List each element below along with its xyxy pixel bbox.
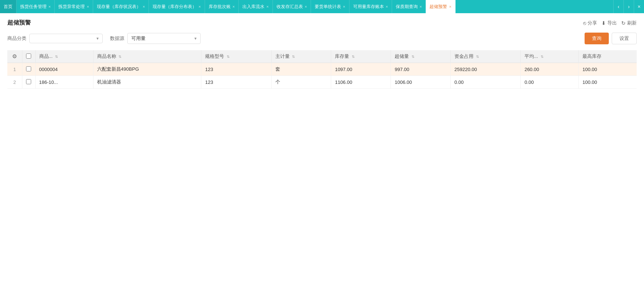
col-capital[interactable]: 资金占用 ⇅ — [451, 50, 521, 63]
cell-product-name: 六配套新昌490BPG — [93, 63, 201, 76]
close-icon[interactable]: × — [48, 4, 51, 9]
col-stock[interactable]: 库存量 ⇅ — [331, 50, 391, 63]
settings-button[interactable]: 设置 — [612, 33, 637, 44]
refresh-button[interactable]: ↻ 刷新 — [621, 20, 637, 26]
nav-arrows: ‹ › × — [613, 0, 644, 13]
col-max-stock[interactable]: 最高库存 — [579, 50, 637, 63]
header-actions: ⎋ 分享 ⬇ 导出 ↻ 刷新 — [583, 20, 637, 26]
nav-item-available-ledger[interactable]: 可用量库存账本 × — [350, 0, 392, 13]
col-avg[interactable]: 平均... ⇅ — [521, 50, 579, 63]
col-capital-label: 资金占用 — [454, 53, 473, 59]
col-overstock-label: 超储量 — [395, 53, 409, 59]
share-button[interactable]: ⎋ 分享 — [583, 20, 597, 26]
table-container: ⚙ 商品... ⇅ 商品名称 ⇅ 规格型号 ⇅ — [7, 50, 637, 89]
close-icon[interactable]: × — [386, 4, 388, 9]
nav-item-label: 收发存汇总表 — [277, 4, 303, 10]
col-product-name-label: 商品名称 — [97, 53, 116, 59]
export-label: 导出 — [607, 20, 617, 26]
nav-item-overstock-alert[interactable]: 超储预警 × — [426, 0, 455, 13]
close-icon[interactable]: × — [305, 4, 307, 9]
nav-item-abnormal[interactable]: 拣货异常处理 × — [55, 0, 93, 13]
col-max-stock-label: 最高库存 — [582, 53, 601, 59]
cell-max-stock: 100.00 — [579, 76, 637, 89]
nav-item-home[interactable]: 首页 — [0, 0, 17, 13]
export-icon: ⬇ — [601, 20, 606, 26]
col-unit[interactable]: 主计量 ⇅ — [271, 50, 331, 63]
cell-product-code: 186-10... — [35, 76, 93, 89]
col-product-code[interactable]: 商品... ⇅ — [35, 50, 93, 63]
data-table: ⚙ 商品... ⇅ 商品名称 ⇅ 规格型号 ⇅ — [7, 50, 637, 89]
nav-item-inout-flow[interactable]: 出入库流水 × — [239, 0, 272, 13]
nav-prev-button[interactable]: ‹ — [613, 0, 623, 13]
nav-item-inventory-status[interactable]: 现存量（库存状况表） × — [93, 0, 149, 13]
select-all-checkbox[interactable] — [26, 53, 31, 59]
cell-avg: 260.00 — [521, 63, 579, 76]
gear-icon[interactable]: ⚙ — [12, 53, 17, 59]
cell-overstock: 997.00 — [391, 63, 451, 76]
cell-unit: 套 — [271, 63, 331, 76]
close-icon[interactable]: × — [343, 4, 345, 9]
close-icon[interactable]: × — [420, 4, 422, 9]
nav-item-collect-summary[interactable]: 收发存汇总表 × — [273, 0, 311, 13]
share-icon: ⎋ — [583, 20, 586, 26]
refresh-icon: ↻ — [621, 20, 626, 26]
export-button[interactable]: ⬇ 导出 — [601, 20, 617, 26]
datasource-select[interactable]: 可用量 ▾ — [127, 33, 201, 44]
nav-next-button[interactable]: › — [623, 0, 634, 13]
sort-icon: ⇅ — [476, 55, 479, 59]
nav-item-label: 现存量（库存状况表） — [97, 4, 141, 10]
chevron-down-icon: ▾ — [194, 36, 197, 41]
cell-stock: 1097.00 — [331, 63, 391, 76]
col-spec[interactable]: 规格型号 ⇅ — [201, 50, 271, 63]
category-label: 商品分类 — [7, 35, 26, 42]
top-nav: 首页 拣货任务管理 × 拣货异常处理 × 现存量（库存状况表） × 现存量（库存… — [0, 0, 644, 13]
cell-capital: 0.00 — [451, 76, 521, 89]
filter-area: 商品分类 ▾ 数据源 可用量 ▾ 查询 设置 — [7, 33, 637, 44]
share-label: 分享 — [588, 20, 597, 26]
cell-max-stock: 100.00 — [579, 63, 637, 76]
cell-stock: 1106.00 — [331, 76, 391, 89]
category-select[interactable]: ▾ — [29, 34, 103, 43]
cell-capital: 259220.00 — [451, 63, 521, 76]
col-spec-label: 规格型号 — [205, 53, 224, 59]
nav-item-label: 首页 — [4, 4, 12, 10]
nav-item-label: 超储预警 — [429, 4, 447, 10]
col-avg-label: 平均... — [524, 53, 538, 59]
chevron-down-icon: ▾ — [96, 36, 99, 41]
row-checkbox-cell[interactable] — [22, 63, 35, 76]
sort-icon: ⇅ — [411, 55, 414, 59]
row-checkbox[interactable] — [26, 66, 31, 71]
sort-icon: ⇅ — [55, 55, 58, 59]
table-header-row: ⚙ 商品... ⇅ 商品名称 ⇅ 规格型号 ⇅ — [7, 50, 637, 63]
nav-item-quality-check[interactable]: 保质期查询 × — [392, 0, 426, 13]
sort-icon: ⇅ — [118, 55, 121, 59]
cell-spec: 123 — [201, 76, 271, 89]
close-icon[interactable]: × — [87, 4, 89, 9]
close-icon[interactable]: × — [198, 4, 201, 9]
col-stock-label: 库存量 — [335, 53, 349, 59]
row-checkbox[interactable] — [26, 79, 31, 84]
nav-item-batch[interactable]: 库存批次账 × — [205, 0, 239, 13]
nav-item-task-mgmt[interactable]: 拣货任务管理 × — [17, 0, 55, 13]
nav-item-label: 拣货任务管理 — [20, 4, 47, 10]
row-checkbox-cell[interactable] — [22, 76, 35, 89]
nav-close-button[interactable]: × — [634, 0, 644, 13]
select-all-header[interactable] — [22, 50, 35, 63]
close-icon[interactable]: × — [233, 4, 235, 9]
close-icon[interactable]: × — [449, 4, 451, 9]
col-product-name[interactable]: 商品名称 ⇅ — [93, 50, 201, 63]
col-overstock[interactable]: 超储量 ⇅ — [391, 50, 451, 63]
nav-item-order-stats[interactable]: 要货单统计表 × — [311, 0, 349, 13]
table-row: 1 0000004 六配套新昌490BPG 123 套 1097.00 997.… — [7, 63, 637, 76]
query-button[interactable]: 查询 — [585, 33, 609, 44]
page-content: 超储预警 ⎋ 分享 ⬇ 导出 ↻ 刷新 商品分类 ▾ 数据源 — [0, 13, 644, 293]
close-icon[interactable]: × — [266, 4, 268, 9]
sort-icon: ⇅ — [227, 55, 230, 59]
col-product-code-label: 商品... — [39, 53, 53, 59]
filter-datasource: 数据源 可用量 ▾ — [110, 33, 201, 44]
gear-settings-header[interactable]: ⚙ — [7, 50, 22, 63]
nav-item-label: 现存量（库存分布表） — [153, 4, 197, 10]
close-icon[interactable]: × — [143, 4, 145, 9]
cell-spec: 123 — [201, 63, 271, 76]
nav-item-inventory-dist[interactable]: 现存量（库存分布表） × — [149, 0, 205, 13]
